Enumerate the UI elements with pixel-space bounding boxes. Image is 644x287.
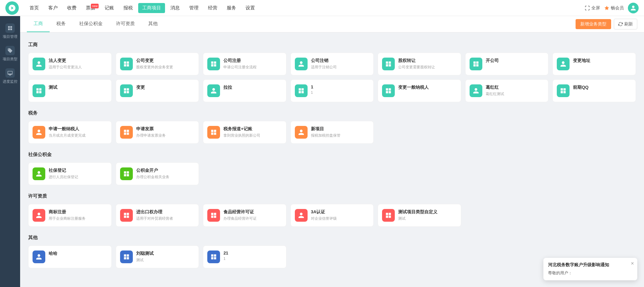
service-card[interactable]: 11	[290, 79, 374, 102]
nav-operation[interactable]: 经营	[204, 3, 221, 13]
service-card[interactable]: 股权转让公司变更需要股权转让	[378, 53, 461, 75]
card-desc: 办理食品经营许可证	[223, 216, 282, 221]
notification-body: 尊敬的用户：	[548, 270, 633, 276]
card-icon	[33, 209, 45, 222]
card-desc: 适用于注销公司	[311, 65, 370, 70]
gongshang-section: 工商 法人变更适用于公司变更法人公司变更股权变更外的业务变更公司注册申请公司注册…	[28, 42, 636, 102]
service-card[interactable]: 食品经营许可证办理食品经营许可证	[203, 204, 286, 227]
card-title: 刘聪测试	[136, 250, 195, 257]
card-desc: 拿到营业执照的新公司	[223, 133, 282, 138]
card-title: 公积金开户	[136, 167, 195, 173]
sidebar-item-project-manage[interactable]: 项目管理	[0, 20, 20, 43]
service-card[interactable]: 公司注销适用于注销公司	[290, 53, 374, 75]
nav-charge[interactable]: 收费	[63, 3, 80, 13]
card-icon	[207, 250, 220, 263]
nav-customer[interactable]: 客户	[44, 3, 62, 13]
service-card[interactable]: 新项目报税加税控盘保管	[290, 121, 374, 144]
tab-gongshang[interactable]: 工商	[27, 16, 50, 32]
logo[interactable]	[5, 1, 19, 15]
card-title: 食品经营许可证	[223, 209, 282, 215]
nav-manage[interactable]: 管理	[185, 3, 203, 13]
content: 工商 法人变更适用于公司变更法人公司变更股权变更外的业务变更公司注册申请公司注册…	[20, 32, 644, 283]
tab-xuke[interactable]: 许可资质	[109, 16, 142, 32]
card-title: 社保登记	[49, 167, 107, 173]
card-desc: 公司变更需要股权转让	[398, 65, 457, 70]
notification-close[interactable]: ×	[631, 261, 634, 267]
card-icon	[33, 250, 45, 263]
card-icon	[33, 84, 45, 97]
service-card[interactable]: 变更	[116, 79, 199, 102]
card-desc: 测试	[398, 216, 457, 221]
card-title: 变更	[136, 84, 195, 90]
card-desc: 1	[311, 90, 370, 94]
service-card[interactable]: 商标注册用于企业商标注册服务	[28, 204, 112, 227]
add-type-button[interactable]: 新增业务类型	[576, 19, 611, 29]
card-icon	[295, 209, 308, 222]
vip-btn[interactable]: 畅会员	[604, 5, 624, 11]
card-title: 3A认证	[311, 209, 370, 215]
tab-qita[interactable]: 其他	[142, 16, 164, 32]
card-icon	[33, 167, 45, 180]
card-icon	[470, 84, 482, 97]
card-icon	[295, 84, 308, 97]
service-card[interactable]: 拉拉	[203, 79, 286, 102]
tab-shebao[interactable]: 社保公积金	[72, 16, 109, 32]
service-card[interactable]: 葛红红葛红红测试	[465, 79, 549, 102]
service-card[interactable]: 前期QQ	[552, 79, 636, 102]
nav-bookkeeping[interactable]: 记账	[101, 3, 118, 13]
gongshang-title: 工商	[28, 42, 636, 48]
card-icon	[382, 84, 395, 97]
service-card[interactable]: 税务报道+记账拿到营业执照的新公司	[203, 121, 286, 144]
avatar[interactable]	[628, 3, 639, 13]
service-card[interactable]: 进出口权办理适用于对外贸易经营者	[116, 204, 199, 227]
refresh-button[interactable]: 刷新	[614, 19, 637, 29]
nav-industry[interactable]: 工商项目	[138, 3, 165, 13]
shebao-title: 社保公积金	[28, 152, 636, 158]
service-card[interactable]: 变更一般纳税人	[378, 79, 461, 102]
service-card[interactable]: 刘聪测试测试	[116, 245, 199, 268]
card-icon	[120, 84, 133, 97]
main: 工商 税务 社保公积金 许可资质 其他 新增业务类型 刷新 工商 法人变更适用于…	[20, 16, 644, 287]
service-card[interactable]: 申请一般纳税人当月或次月成变更完成	[28, 121, 112, 144]
service-card[interactable]: 变更地址	[552, 53, 636, 75]
service-card[interactable]: 测试	[28, 79, 112, 102]
service-card[interactable]: 法人变更适用于公司变更法人	[28, 53, 112, 75]
shebao-grid: 社保登记进行人员社保登记公积金开户办理公积金相关业务	[28, 162, 636, 185]
card-title: 公司注销	[311, 58, 370, 64]
card-title: 变更地址	[573, 58, 632, 64]
service-card[interactable]: 3A认证对企业信誉评级	[290, 204, 374, 227]
service-card[interactable]: 开公司	[465, 53, 549, 75]
xuke-grid: 商标注册用于企业商标注册服务进出口权办理适用于对外贸易经营者食品经营许可证办理食…	[28, 204, 636, 227]
service-card[interactable]: 测试项目类型自定义测试	[378, 204, 461, 227]
nav-message[interactable]: 消息	[166, 3, 184, 13]
service-card[interactable]: 申请发票办理申请发票业务	[116, 121, 199, 144]
card-title: 测试项目类型自定义	[398, 209, 457, 215]
card-icon	[295, 126, 308, 139]
service-card[interactable]: 公司变更股权变更外的业务变更	[116, 53, 199, 75]
sidebar-item-project-type[interactable]: 项目类型	[0, 43, 20, 65]
sidebar-item-progress-monitor[interactable]: 进度监控	[0, 65, 20, 87]
card-icon	[33, 126, 45, 139]
card-desc: 用于企业商标注册服务	[49, 216, 107, 221]
xuke-title: 许可资质	[28, 193, 636, 199]
nav-home[interactable]: 首页	[25, 3, 43, 13]
service-card[interactable]: 公积金开户办理公积金相关业务	[116, 162, 199, 185]
service-card[interactable]: 211	[203, 245, 286, 268]
nav-tax[interactable]: 报税	[119, 3, 137, 13]
tab-shuiwu[interactable]: 税务	[50, 16, 72, 32]
service-card[interactable]: 哈哈	[28, 245, 112, 268]
tabs-bar: 工商 税务 社保公积金 许可资质 其他 新增业务类型 刷新	[20, 16, 644, 32]
card-desc: 测试	[136, 258, 195, 263]
nav-service[interactable]: 服务	[223, 3, 240, 13]
card-desc: 适用于对外贸易经营者	[136, 216, 195, 221]
card-icon	[120, 209, 133, 222]
top-nav: 首页 客户 收费 票据 new 记账 报税 工商项目 消息 管理 经营 服务 设…	[0, 0, 644, 16]
card-icon	[382, 209, 395, 222]
card-title: 开公司	[486, 58, 544, 64]
notification-box: × 河北税务数字账户升级影响通知 尊敬的用户：	[543, 258, 637, 280]
service-card[interactable]: 公司注册申请公司注册全流程	[203, 53, 286, 75]
nav-invoice[interactable]: 票据 new	[82, 3, 99, 13]
nav-settings[interactable]: 设置	[241, 3, 259, 13]
fullscreen-btn[interactable]: 全屏	[585, 5, 600, 11]
service-card[interactable]: 社保登记进行人员社保登记	[28, 162, 112, 185]
